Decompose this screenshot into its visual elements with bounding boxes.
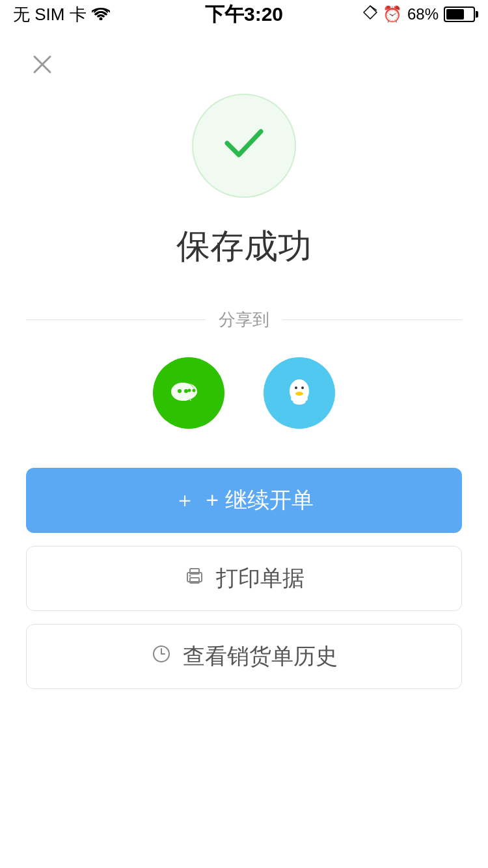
carrier-text: 无 SIM 卡: [13, 3, 87, 26]
status-time: 下午3:20: [205, 1, 283, 28]
continue-label: + 继续开单: [206, 485, 313, 515]
svg-point-12: [295, 387, 297, 389]
continue-button[interactable]: ＋ + 继续开单: [26, 468, 462, 533]
history-button[interactable]: 查看销货单历史: [26, 624, 462, 689]
success-title: 保存成功: [176, 224, 312, 269]
share-icons: [26, 357, 462, 429]
history-icon: [150, 643, 172, 670]
svg-point-6: [184, 389, 188, 393]
status-bar: 无 SIM 卡 下午3:20 ⏰ 68%: [0, 0, 488, 29]
svg-point-7: [188, 389, 191, 392]
svg-point-1: [100, 18, 102, 20]
wifi-icon: [92, 5, 110, 25]
close-button[interactable]: [26, 48, 59, 81]
print-button[interactable]: 打印单据: [26, 546, 462, 611]
svg-point-21: [189, 575, 191, 577]
battery-text: 68%: [407, 5, 439, 23]
svg-point-5: [178, 389, 182, 393]
history-label: 查看销货单历史: [183, 642, 338, 671]
svg-point-13: [301, 387, 304, 389]
svg-point-16: [291, 397, 296, 401]
main-content: 保存成功 分享到: [0, 29, 488, 868]
svg-point-8: [193, 389, 196, 392]
success-circle: [192, 94, 296, 198]
share-label: 分享到: [219, 308, 269, 331]
share-section: 分享到: [26, 308, 462, 429]
check-icon: [218, 116, 270, 176]
svg-point-14: [295, 392, 303, 396]
status-right: ⏰ 68%: [363, 5, 475, 23]
alarm-icon: ⏰: [383, 5, 402, 23]
action-buttons: ＋ + 继续开单 打印单据 查看销货单历: [26, 468, 462, 689]
battery-icon: [444, 7, 475, 22]
print-icon: [183, 565, 206, 592]
qq-share-button[interactable]: [264, 357, 335, 429]
share-divider: 分享到: [26, 308, 462, 331]
continue-icon: ＋: [174, 486, 195, 515]
location-icon: [363, 5, 377, 23]
battery-fill: [446, 9, 464, 20]
wechat-share-button[interactable]: [153, 357, 224, 429]
status-left: 无 SIM 卡: [13, 3, 110, 26]
print-label: 打印单据: [216, 563, 305, 593]
svg-point-17: [303, 397, 308, 401]
